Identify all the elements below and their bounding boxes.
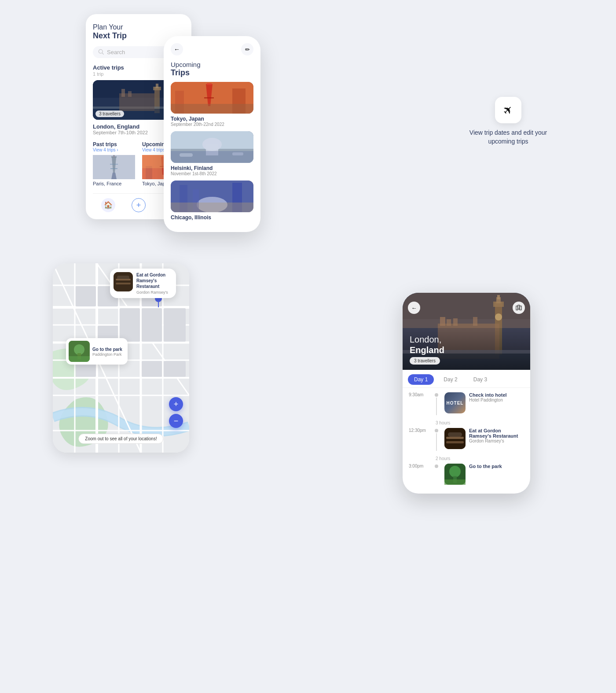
svg-rect-71	[142, 361, 162, 377]
upcoming-back-button[interactable]: ←	[171, 43, 183, 55]
nav-add-icon[interactable]: +	[132, 198, 146, 212]
london-country: England	[410, 345, 444, 355]
svg-rect-16	[110, 164, 118, 165]
park-content: Go to the park	[444, 464, 524, 485]
svg-rect-70	[98, 326, 118, 342]
itinerary: 9:30am HOTEL Check into hotel Hotel Padd…	[403, 388, 530, 494]
hotel-text: Check into hotel Hotel Paddington	[469, 392, 507, 402]
svg-rect-108	[448, 432, 462, 437]
park-time: 3:00pm	[409, 464, 429, 468]
svg-rect-11	[128, 91, 132, 97]
london-hero: ← London, England 3 travellers	[403, 293, 530, 370]
map-container: Eat at Gordon Ramsey's Restaraunt Gordon…	[53, 263, 189, 453]
svg-rect-64	[76, 286, 96, 306]
hotel-dot	[435, 393, 438, 397]
hotel-subtitle: Hotel Paddington	[469, 398, 507, 402]
tokyo-trip-card[interactable]: Tokyo, Japan September 20th-22nd 2022	[171, 82, 253, 127]
hotel-time-col: 9:30am	[409, 392, 429, 397]
london-back-button[interactable]: ←	[408, 302, 420, 314]
right-info: ✈ View trip dates and edit your upcoming…	[464, 97, 552, 146]
svg-rect-33	[171, 104, 253, 114]
svg-rect-112	[444, 479, 466, 485]
nav-home-icon[interactable]: 🏠	[101, 198, 115, 212]
svg-rect-106	[446, 437, 464, 439]
restaurant-icon-col	[433, 428, 440, 451]
past-trips-link[interactable]: View 4 trips ›	[93, 147, 135, 152]
itinerary-item-restaurant: 12:30pm Eat	[409, 428, 524, 451]
hotel-title: Check into hotel	[469, 392, 507, 398]
london-hero-overlay: London, England 3 travellers	[403, 329, 530, 370]
upcoming-title-line1: Upcoming	[171, 61, 201, 68]
past-trips-label: Past trips	[93, 141, 135, 147]
past-trips-col: Past trips View 4 trips › Paris, France	[93, 141, 135, 186]
upcoming-header-row: ← ✏	[171, 43, 253, 55]
upcoming-edit-button[interactable]: ✏	[241, 43, 253, 55]
plan-line1: Plan Your	[93, 23, 123, 31]
svg-rect-68	[142, 308, 162, 342]
svg-rect-65	[98, 286, 118, 306]
map-icon	[516, 305, 522, 311]
helsinki-card-dates: November 1st-8th 2022	[171, 171, 253, 176]
london-city: London,	[410, 335, 441, 344]
helsinki-trip-card[interactable]: Helsinki, Finland November 1st-8th 2022	[171, 131, 253, 176]
search-placeholder: Search	[107, 49, 125, 55]
restaurant-image	[444, 428, 466, 449]
day-1-tab[interactable]: Day 1	[408, 374, 434, 385]
restaurant-time-col: 12:30pm	[409, 428, 429, 433]
svg-rect-18	[113, 155, 115, 158]
svg-rect-40	[171, 151, 253, 163]
hotel-content: HOTEL Check into hotel Hotel Paddington	[444, 392, 524, 413]
helsinki-card-image	[171, 131, 253, 163]
svg-point-74	[155, 295, 162, 302]
chicago-trip-card[interactable]: Chicago, Illinois	[171, 181, 253, 221]
hotel-duration: 3 hours	[409, 420, 524, 428]
itinerary-item-park: 3:00pm Go to the park	[409, 464, 524, 485]
tokyo-card-name: Tokyo, Japan	[171, 116, 253, 122]
chicago-card-name: Chicago, Illinois	[171, 214, 253, 221]
upcoming-phone: ← ✏ Upcoming Trips Tokyo, Japan	[164, 36, 260, 232]
hotel-line	[436, 398, 437, 415]
svg-point-110	[449, 466, 461, 477]
plane-icon-wrap: ✈	[495, 97, 521, 123]
london-hero-title: London, England	[410, 334, 523, 355]
paris-trip-name: Paris, France	[93, 181, 135, 186]
tokyo-card-image	[171, 82, 253, 114]
right-info-text: View trip dates and edit your upcoming t…	[464, 129, 552, 146]
london-travellers-badge: 3 travellers	[410, 357, 440, 365]
bottom-section: Eat at Gordon Ramsey's Restaraunt Gordon…	[0, 251, 616, 693]
svg-rect-29	[204, 97, 214, 99]
itinerary-item-hotel: 9:30am HOTEL Check into hotel Hotel Padd…	[409, 392, 524, 415]
svg-rect-72	[164, 308, 186, 342]
restaurant-content: Eat at Gordon Ramsey's Restaraunt Gordon…	[444, 428, 524, 449]
hotel-time: 9:30am	[409, 392, 429, 397]
plan-line2: Next Trip	[93, 31, 127, 40]
svg-point-76	[91, 348, 98, 355]
day-tabs: Day 1 Day 2 Day 3	[403, 370, 530, 388]
svg-rect-30	[207, 83, 212, 85]
hotel-image: HOTEL	[444, 392, 466, 413]
map-phone: Eat at Gordon Ramsey's Restaraunt Gordon…	[53, 263, 189, 453]
map-svg	[53, 263, 189, 453]
svg-rect-67	[120, 308, 140, 342]
restaurant-subtitle: Gordon Ramsey's	[469, 439, 524, 443]
restaurant-line	[436, 433, 437, 451]
day-2-tab[interactable]: Day 2	[437, 374, 463, 385]
park-text: Go to the park	[469, 464, 502, 469]
svg-rect-104	[520, 306, 521, 310]
search-icon	[98, 49, 104, 55]
day-3-tab[interactable]: Day 3	[467, 374, 493, 385]
london-map-button[interactable]	[513, 302, 525, 314]
travellers-badge: 3 travellers	[95, 111, 124, 117]
london-phone-nav: ←	[403, 298, 530, 317]
hotel-icon-col	[433, 392, 440, 415]
chicago-card-image	[171, 181, 253, 212]
svg-rect-6	[156, 84, 158, 88]
park-title: Go to the park	[469, 464, 502, 469]
restaurant-time: 12:30pm	[409, 428, 429, 433]
plane-icon: ✈	[500, 102, 516, 118]
svg-rect-73	[164, 361, 186, 377]
helsinki-card-name: Helsinki, Finland	[171, 165, 253, 171]
london-phone: ← London, England 3 travellers D	[403, 293, 530, 494]
restaurant-dot	[435, 429, 438, 432]
park-image	[444, 464, 466, 485]
